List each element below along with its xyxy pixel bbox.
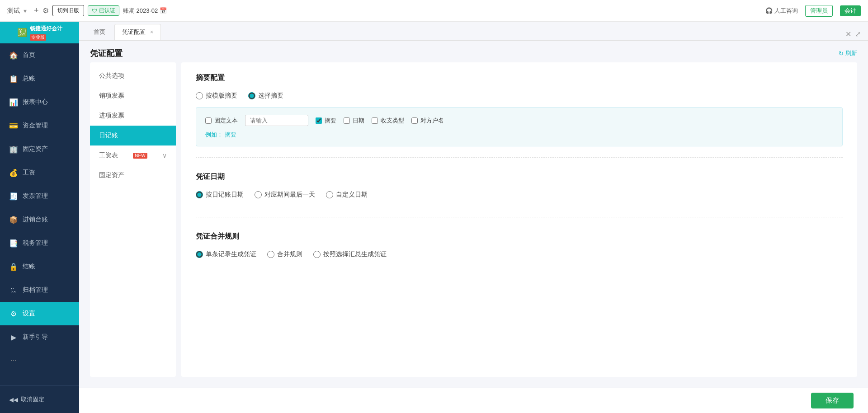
sidebar-bottom: ◀◀ 取消固定 [0, 385, 79, 413]
config-sidebar: 公共选项 销项发票 进项发票 日记账 工资表 NEW ∨ [90, 62, 176, 377]
tab-bar-right: ✕ ⤢ [845, 30, 861, 40]
sidebar-item-settlement[interactable]: 🔒 结账 [0, 255, 79, 278]
sidebar-item-archive[interactable]: 🗂 归档管理 [0, 278, 79, 302]
config-menu-journal[interactable]: 日记账 [90, 126, 176, 145]
sidebar-item-invoice-mgmt[interactable]: 🧾 发票管理 [0, 184, 79, 208]
sidebar-label-capital: 资金管理 [23, 122, 48, 130]
radio-custom-date-label[interactable]: 自定义日期 [326, 191, 368, 199]
settings-icon[interactable]: ⚙ [42, 6, 49, 15]
accountant-button[interactable]: 会计 [840, 5, 861, 16]
sidebar-item-home[interactable]: 🏠 首页 [0, 43, 79, 67]
tab-close-icon[interactable]: × [150, 29, 153, 35]
tax-icon: 📑 [9, 239, 18, 248]
checkbox-summary-label[interactable]: 摘要 [316, 117, 336, 125]
pay-type-label: 收支类型 [381, 117, 404, 125]
radio-period-last[interactable] [255, 191, 262, 198]
purchase-sale-icon: 📦 [9, 215, 18, 224]
top-bar-actions: + ⚙ 切到旧版 🛡 已认证 账期 2023-02 📅 [34, 5, 167, 16]
radio-single[interactable] [196, 251, 203, 258]
top-bar-right: 🎧 人工咨询 管理员 会计 [765, 5, 861, 17]
tab-home[interactable]: 首页 [86, 24, 113, 40]
radio-merge[interactable] [267, 251, 274, 258]
checkbox-date-label[interactable]: 日期 [344, 117, 364, 125]
checkbox-counterparty[interactable] [411, 117, 418, 124]
guide-icon: ▶ [9, 333, 18, 342]
radio-merge-text: 合并规则 [277, 250, 302, 258]
checkbox-pay-type[interactable] [372, 117, 378, 124]
config-main: 摘要配置 按模版摘要 选择摘要 [181, 62, 857, 377]
window-expand-button[interactable]: ⤢ [855, 30, 861, 38]
checkbox-summary[interactable] [316, 117, 322, 124]
tab-bar: 首页 凭证配置 × ✕ ⤢ [79, 22, 868, 41]
calendar-icon[interactable]: 📅 [160, 7, 167, 14]
config-menu-public[interactable]: 公共选项 [90, 66, 176, 86]
switch-old-button[interactable]: 切到旧版 [52, 5, 84, 16]
config-menu-payroll[interactable]: 工资表 NEW ∨ [90, 145, 176, 165]
date-label: 日期 [353, 117, 364, 125]
chevron-down-icon[interactable]: ▾ [24, 7, 27, 14]
tab-active-label: 凭证配置 [122, 28, 146, 36]
radio-merge-label[interactable]: 合并规则 [267, 250, 302, 258]
sidebar-label-settings: 设置 [23, 310, 35, 318]
logo-sub: 专业版 [30, 34, 46, 41]
radio-summary-gen-label[interactable]: 按照选择汇总生成凭证 [313, 250, 387, 258]
refresh-button[interactable]: ↻ 刷新 [839, 49, 857, 57]
sidebar-item-salary[interactable]: 💰 工资 [0, 161, 79, 184]
checkbox-date[interactable] [344, 117, 350, 124]
fixed-text-label: 固定文本 [214, 117, 238, 125]
manager-button[interactable]: 管理员 [805, 5, 833, 17]
checkbox-counterparty-label[interactable]: 对方户名 [411, 117, 444, 125]
sidebar-label-salary: 工资 [23, 169, 35, 177]
radio-journal-date-text: 按日记账日期 [206, 191, 244, 199]
radio-period-last-label[interactable]: 对应期间最后一天 [255, 191, 315, 199]
cancel-fixed-button[interactable]: ◀◀ 取消固定 [0, 390, 79, 408]
refresh-label: 刷新 [845, 49, 857, 57]
sidebar-label-tax: 税务管理 [23, 239, 48, 247]
sidebar-item-guide[interactable]: ▶ 新手引导 [0, 325, 79, 349]
sidebar-label-fixed-assets: 固定资产 [23, 145, 48, 153]
voucher-merge-section: 凭证合并规则 单条记录生成凭证 合并规则 [196, 232, 843, 277]
top-bar: 测试 ▾ + ⚙ 切到旧版 🛡 已认证 账期 2023-02 📅 🎧 人工咨询 … [0, 0, 868, 22]
radio-select-label[interactable]: 选择摘要 [248, 92, 283, 100]
checkbox-pay-type-label[interactable]: 收支类型 [372, 117, 404, 125]
radio-single-label[interactable]: 单条记录生成凭证 [196, 250, 256, 258]
radio-journal-date-label[interactable]: 按日记账日期 [196, 191, 244, 199]
radio-summary-gen[interactable] [313, 251, 321, 258]
config-menu-sale-invoice[interactable]: 销项发票 [90, 86, 176, 106]
config-menu-label-public: 公共选项 [99, 72, 124, 80]
checkbox-fixed-text[interactable] [205, 117, 212, 124]
add-icon[interactable]: + [34, 6, 39, 15]
sidebar-item-fixed-assets[interactable]: 🏢 固定资产 [0, 137, 79, 161]
summary-section-title: 摘要配置 [196, 73, 843, 83]
voucher-merge-radio-group: 单条记录生成凭证 合并规则 按照选择汇总生成凭证 [196, 250, 843, 258]
sidebar-item-ledger[interactable]: 📋 总账 [0, 67, 79, 90]
sidebar-item-extra[interactable]: ··· [0, 349, 79, 372]
tab-voucher-config[interactable]: 凭证配置 × [114, 24, 161, 40]
config-menu-fixed-assets[interactable]: 固定资产 [90, 165, 176, 185]
sidebar-item-purchase-sale[interactable]: 📦 进销台账 [0, 208, 79, 231]
consult-button[interactable]: 🎧 人工咨询 [765, 7, 798, 15]
company-name: 测试 [7, 7, 20, 15]
sidebar-logo: 💹 畅捷通好会计 专业版 [0, 22, 79, 43]
summary-radio-group: 按模版摘要 选择摘要 [196, 92, 843, 100]
window-close-button[interactable]: ✕ [845, 30, 851, 38]
sidebar-item-report[interactable]: 📊 报表中心 [0, 90, 79, 114]
sidebar-item-tax[interactable]: 📑 税务管理 [0, 231, 79, 255]
radio-template-label[interactable]: 按模版摘要 [196, 92, 237, 100]
radio-template[interactable] [196, 92, 203, 99]
fixed-text-input[interactable] [245, 115, 308, 126]
radio-select[interactable] [248, 92, 255, 99]
settings-icon: ⚙ [9, 309, 18, 318]
config-menu-purchase-invoice[interactable]: 进项发票 [90, 106, 176, 126]
bottom-bar: 保存 [79, 388, 868, 413]
save-button[interactable]: 保存 [811, 393, 854, 408]
sidebar-item-capital[interactable]: 💳 资金管理 [0, 114, 79, 137]
top-bar-left: 测试 ▾ + ⚙ 切到旧版 🛡 已认证 账期 2023-02 📅 [7, 5, 167, 16]
radio-custom-date[interactable] [326, 191, 333, 198]
radio-journal-date[interactable] [196, 191, 203, 198]
voucher-merge-title: 凭证合并规则 [196, 232, 843, 241]
sidebar-item-settings[interactable]: ⚙ 设置 [0, 302, 79, 325]
payroll-chevron-icon: ∨ [162, 152, 167, 159]
checkbox-fixed-text-label[interactable]: 固定文本 [205, 117, 238, 125]
ledger-icon: 📋 [9, 74, 18, 83]
